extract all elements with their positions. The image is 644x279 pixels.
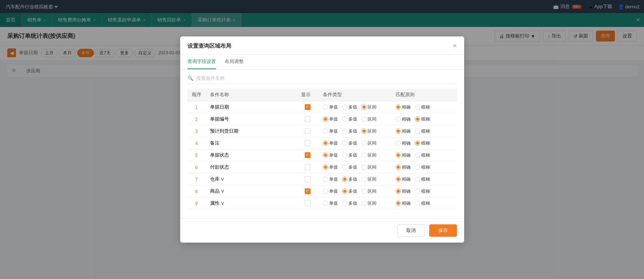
type-radio-multi[interactable]: 多值 bbox=[342, 116, 357, 122]
tab-query-fields[interactable]: 查询字段设置 bbox=[187, 55, 216, 69]
dialog-tabs: 查询字段设置 布局调整 bbox=[180, 55, 464, 70]
type-radio-multi-indicator bbox=[342, 105, 347, 110]
type-radio-single[interactable]: 单值 bbox=[323, 200, 338, 207]
type-radio-range[interactable]: 区间 bbox=[361, 164, 376, 170]
row-condition-name: 付款状态 bbox=[206, 161, 297, 173]
dialog-close-button[interactable]: × bbox=[453, 42, 457, 50]
row-type-cell: 单值多值区间 bbox=[319, 101, 391, 113]
match-radio-exact[interactable]: 精确 bbox=[396, 104, 411, 110]
type-radio-range[interactable]: 区间 bbox=[361, 200, 376, 207]
type-radio-range-indicator bbox=[361, 165, 367, 170]
type-radio-multi[interactable]: 多值 bbox=[342, 176, 357, 182]
type-radio-single[interactable]: 单值 bbox=[323, 188, 338, 194]
th-show: 显示 bbox=[297, 89, 319, 101]
row-show-cell bbox=[297, 149, 319, 161]
row-match-cell: 精确模糊 bbox=[391, 173, 457, 185]
row-match-cell: 精确模糊 bbox=[391, 197, 457, 209]
match-radio-fuzzy[interactable]: 模糊 bbox=[415, 104, 430, 110]
match-radio-exact-indicator bbox=[396, 201, 401, 206]
type-radio-single-indicator bbox=[323, 201, 328, 206]
match-radio-fuzzy[interactable]: 模糊 bbox=[415, 188, 430, 194]
settings-dialog: 设置查询区域布局 × 查询字段设置 布局调整 🔍 顺序 条件名称 bbox=[180, 36, 464, 243]
cancel-button[interactable]: 取消 bbox=[397, 224, 425, 237]
row-order: 2 bbox=[187, 113, 206, 125]
type-radio-range[interactable]: 区间 bbox=[361, 212, 376, 213]
type-radio-single[interactable]: 单值 bbox=[323, 128, 338, 134]
type-radio-single-indicator bbox=[323, 117, 328, 122]
dialog-footer: 取消 保存 bbox=[180, 218, 464, 243]
type-radio-single[interactable]: 单值 bbox=[323, 176, 338, 182]
match-radio-fuzzy[interactable]: 模糊 bbox=[415, 164, 430, 170]
type-radio-range[interactable]: 区间 bbox=[361, 116, 376, 122]
type-radio-range[interactable]: 区间 bbox=[361, 152, 376, 158]
row-show-cell bbox=[297, 101, 319, 113]
match-radio-fuzzy[interactable]: 模糊 bbox=[415, 176, 430, 182]
type-radio-single[interactable]: 单值 bbox=[323, 104, 338, 110]
type-radio-multi[interactable]: 多值 bbox=[342, 128, 357, 134]
type-radio-multi[interactable]: 多值 bbox=[342, 200, 357, 207]
type-radio-multi[interactable]: 多值 bbox=[342, 140, 357, 146]
dialog-header: 设置查询区域布局 × bbox=[180, 36, 464, 55]
show-checkbox[interactable] bbox=[305, 176, 311, 182]
type-radio-multi[interactable]: 多值 bbox=[342, 164, 357, 170]
match-radio-exact[interactable]: 精确 bbox=[396, 128, 411, 134]
match-radio-fuzzy-indicator bbox=[415, 189, 420, 194]
row-order: 5 bbox=[187, 149, 206, 161]
show-checkbox[interactable] bbox=[305, 116, 311, 122]
row-match-cell: 精确模糊 bbox=[391, 137, 457, 149]
match-radio-fuzzy[interactable]: 模糊 bbox=[415, 212, 430, 213]
match-radio-exact[interactable]: 精确 bbox=[396, 140, 411, 146]
type-radio-single[interactable]: 单值 bbox=[323, 164, 338, 170]
type-radio-single[interactable]: 单值 bbox=[323, 152, 338, 158]
type-radio-multi[interactable]: 多值 bbox=[342, 104, 357, 110]
match-radio-exact[interactable]: 精确 bbox=[396, 200, 411, 207]
match-radio-exact[interactable]: 精确 bbox=[396, 164, 411, 170]
match-radio-exact[interactable]: 精确 bbox=[396, 188, 411, 194]
type-radio-single[interactable]: 单值 bbox=[323, 140, 338, 146]
row-type-cell: 单值多值区间 bbox=[319, 185, 391, 197]
type-radio-range[interactable]: 区间 bbox=[361, 104, 376, 110]
row-condition-name: 备注 bbox=[206, 137, 297, 149]
type-radio-multi[interactable]: 多值 bbox=[342, 212, 357, 213]
type-radio-range[interactable]: 区间 bbox=[361, 176, 376, 182]
tab-layout-adjust[interactable]: 布局调整 bbox=[225, 55, 244, 69]
match-radio-fuzzy[interactable]: 模糊 bbox=[415, 152, 430, 158]
show-checkbox[interactable] bbox=[305, 200, 311, 206]
match-radio-exact[interactable]: 精确 bbox=[396, 176, 411, 182]
match-radio-fuzzy[interactable]: 模糊 bbox=[415, 128, 430, 134]
type-radio-multi[interactable]: 多值 bbox=[342, 188, 357, 194]
type-radio-multi-indicator bbox=[342, 141, 347, 146]
row-type-cell: 单值多值区间 bbox=[319, 197, 391, 209]
show-checkbox[interactable] bbox=[305, 128, 311, 134]
type-radio-range[interactable]: 区间 bbox=[361, 128, 376, 134]
type-radio-single[interactable]: 单值 bbox=[323, 212, 338, 213]
match-radio-fuzzy[interactable]: 模糊 bbox=[415, 200, 430, 207]
type-radio-range-indicator bbox=[361, 177, 367, 182]
match-radio-exact-indicator bbox=[396, 117, 401, 122]
type-radio-single[interactable]: 单值 bbox=[323, 116, 338, 122]
show-checkbox[interactable] bbox=[305, 104, 311, 110]
show-checkbox[interactable] bbox=[305, 140, 311, 146]
row-type-cell: 单值多值区间 bbox=[319, 173, 391, 185]
type-radio-multi[interactable]: 多值 bbox=[342, 152, 357, 158]
match-radio-exact[interactable]: 精确 bbox=[396, 212, 411, 213]
show-checkbox[interactable] bbox=[305, 164, 311, 170]
type-radio-multi-indicator bbox=[342, 165, 347, 170]
th-type: 条件类型 bbox=[319, 89, 391, 101]
type-radio-range[interactable]: 区间 bbox=[361, 140, 376, 146]
match-radio-fuzzy[interactable]: 模糊 bbox=[415, 116, 430, 122]
type-radio-single-indicator bbox=[323, 165, 328, 170]
match-radio-exact[interactable]: 精确 bbox=[396, 152, 411, 158]
save-button[interactable]: 保存 bbox=[429, 224, 457, 237]
match-radio-fuzzy-indicator bbox=[415, 117, 420, 122]
show-checkbox[interactable] bbox=[305, 188, 311, 194]
show-checkbox[interactable] bbox=[305, 152, 311, 158]
type-radio-range[interactable]: 区间 bbox=[361, 188, 376, 194]
match-radio-fuzzy[interactable]: 模糊 bbox=[415, 140, 430, 146]
match-radio-fuzzy-indicator bbox=[415, 153, 420, 158]
search-input[interactable] bbox=[196, 75, 269, 81]
row-show-cell bbox=[297, 209, 319, 213]
type-radio-single-indicator bbox=[323, 129, 328, 134]
type-radio-multi-indicator bbox=[342, 177, 347, 182]
match-radio-exact[interactable]: 精确 bbox=[396, 116, 411, 122]
